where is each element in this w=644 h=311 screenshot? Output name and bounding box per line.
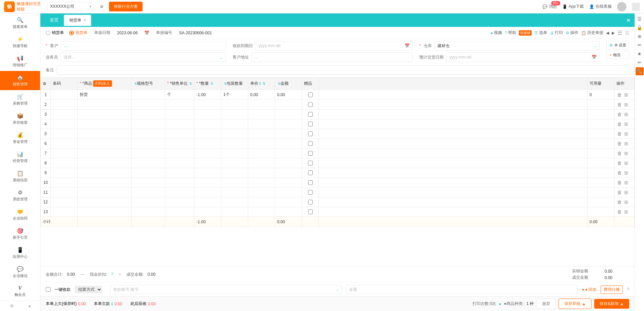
row-product[interactable]: [78, 188, 131, 197]
row-price[interactable]: [248, 168, 275, 178]
sidebar-item-management[interactable]: 📊 经营管理: [0, 148, 40, 167]
delete-row-icon[interactable]: 🗑: [617, 102, 622, 107]
row-unit[interactable]: [165, 129, 194, 139]
row-barcode[interactable]: [51, 149, 78, 158]
row-amount[interactable]: 0.00: [275, 90, 302, 100]
copy-row-icon[interactable]: ⊞: [624, 112, 628, 117]
delete-row-icon[interactable]: 🗑: [617, 131, 622, 137]
right-panel-btn-4[interactable]: ✏: [636, 41, 644, 49]
row-product[interactable]: [78, 129, 131, 139]
row-pkgqty[interactable]: [221, 119, 248, 129]
row-amount[interactable]: [275, 119, 302, 129]
row-spec[interactable]: [131, 168, 165, 178]
expense-help-icon[interactable]: ?: [627, 287, 629, 292]
calendar-icon[interactable]: 📅: [144, 31, 149, 35]
row-qty[interactable]: [194, 100, 221, 110]
row-barcode[interactable]: [51, 158, 78, 168]
row-price[interactable]: [248, 139, 275, 149]
row-barcode[interactable]: [51, 139, 78, 149]
row-amount[interactable]: [275, 100, 302, 110]
row-product[interactable]: [78, 149, 131, 158]
row-product[interactable]: [78, 119, 131, 129]
row-price[interactable]: [248, 197, 275, 207]
row-unit[interactable]: 个: [165, 90, 194, 100]
row-amount[interactable]: [275, 158, 302, 168]
gift-checkbox[interactable]: [308, 102, 313, 107]
row-unit[interactable]: [165, 168, 194, 178]
delete-row-icon[interactable]: 🗑: [617, 121, 622, 127]
grid-view-icon[interactable]: ⊞: [625, 30, 629, 36]
gift-checkbox[interactable]: [308, 180, 313, 185]
print-btn[interactable]: 🖨 打印: [550, 30, 563, 36]
avatar[interactable]: [617, 2, 627, 11]
copy-row-icon[interactable]: ⊞: [624, 209, 628, 215]
row-spec[interactable]: [131, 149, 165, 158]
gift-checkbox[interactable]: [308, 141, 313, 146]
row-qty[interactable]: [194, 110, 221, 119]
th-settings[interactable]: ⚙: [41, 78, 51, 90]
sidebar-item-sales[interactable]: 🏠 销售管理: [0, 71, 40, 90]
row-barcode[interactable]: [51, 100, 78, 110]
row-pkgqty[interactable]: [221, 178, 248, 188]
delete-row-icon[interactable]: 🗑: [617, 190, 622, 195]
account-input[interactable]: 收款账号 账号 ...: [110, 285, 342, 294]
sidebar-item-guide[interactable]: 🎯 新手引导: [0, 224, 40, 243]
radio-sales-order[interactable]: 销货单: [46, 30, 64, 36]
row-barcode[interactable]: [51, 178, 78, 188]
row-barcode[interactable]: [51, 90, 78, 100]
row-price[interactable]: [248, 129, 275, 139]
row-spec[interactable]: [131, 129, 165, 139]
company-selector[interactable]: XXXXXX公司 ▾: [47, 2, 94, 11]
row-price[interactable]: [248, 158, 275, 168]
row-price[interactable]: [248, 207, 275, 217]
customer-addr-input[interactable]: ...: [252, 52, 413, 62]
row-pkgqty[interactable]: [221, 110, 248, 119]
gift-checkbox[interactable]: [308, 161, 313, 165]
row-price[interactable]: [248, 149, 275, 158]
product-type-icon[interactable]: ●: [499, 302, 501, 306]
one-click-payment-checkbox[interactable]: [46, 287, 50, 292]
row-amount[interactable]: [275, 197, 302, 207]
row-spec[interactable]: [131, 188, 165, 197]
row-barcode[interactable]: [51, 168, 78, 178]
right-panel-btn-1[interactable]: ☰: [636, 15, 644, 23]
row-barcode[interactable]: [51, 197, 78, 207]
delete-row-icon[interactable]: 🗑: [617, 112, 622, 117]
row-product[interactable]: [78, 110, 131, 119]
sidebar-item-search[interactable]: 🔍 搜索菜单: [0, 13, 40, 33]
more-icon[interactable]: [632, 3, 640, 11]
row-spec[interactable]: [131, 178, 165, 188]
row-qty[interactable]: [194, 149, 221, 158]
delete-row-icon[interactable]: 🗑: [617, 180, 622, 185]
sidebar-collapse-icon[interactable]: ◂: [28, 304, 30, 308]
gift-checkbox[interactable]: [308, 200, 313, 204]
customer-input[interactable]: ...: [61, 41, 226, 50]
row-product[interactable]: [78, 139, 131, 149]
copy-row-icon[interactable]: ⊞: [624, 180, 628, 185]
row-qty[interactable]: [194, 197, 221, 207]
info-icon2[interactable]: ℹ: [111, 302, 113, 306]
sidebar-item-quicknav[interactable]: ⚡ 快捷导航: [0, 33, 40, 52]
sidebar-item-member[interactable]: V 畅会员: [0, 282, 40, 301]
row-qty[interactable]: [194, 139, 221, 149]
sidebar-item-marketing[interactable]: 📢 营销推广: [0, 52, 40, 71]
delete-row-icon[interactable]: 🗑: [617, 209, 622, 215]
row-unit[interactable]: [165, 139, 194, 149]
copy-row-icon[interactable]: ⊞: [624, 151, 628, 156]
row-spec[interactable]: [131, 139, 165, 149]
row-barcode[interactable]: [51, 188, 78, 197]
tab-close-icon[interactable]: ×: [83, 18, 86, 23]
copy-row-icon[interactable]: ⊞: [624, 170, 628, 176]
scan-barcode-btn[interactable]: 扫码录入: [93, 80, 112, 87]
gift-checkbox[interactable]: [308, 122, 313, 126]
row-unit[interactable]: [165, 188, 194, 197]
sidebar-item-finance[interactable]: 💰 资金管理: [0, 128, 40, 148]
gift-checkbox[interactable]: [308, 92, 313, 97]
row-pkgqty[interactable]: 1个: [221, 90, 248, 100]
delete-row-icon[interactable]: 🗑: [617, 199, 622, 205]
right-panel-btn-5[interactable]: ★: [636, 50, 644, 58]
row-spec[interactable]: [131, 158, 165, 168]
copy-row-icon[interactable]: ⊞: [624, 190, 628, 195]
row-spec[interactable]: [131, 90, 165, 100]
row-barcode[interactable]: [51, 129, 78, 139]
